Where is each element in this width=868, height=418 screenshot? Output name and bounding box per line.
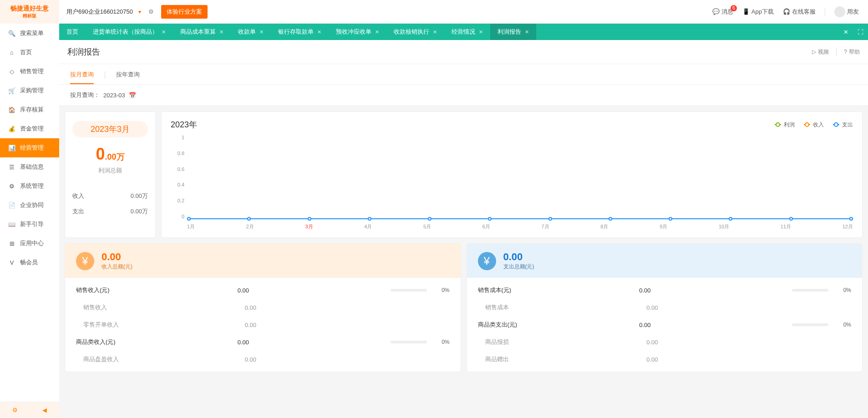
chart-data-point[interactable] [609, 217, 612, 221]
chart-data-point[interactable] [308, 217, 311, 221]
chart-plot[interactable]: 10.80.60.40.20 1月2月3月4月5月6月7月8月9月10月11月1… [171, 135, 853, 230]
close-icon[interactable]: ✕ [479, 29, 483, 35]
tab[interactable]: 经营情况✕ [444, 24, 490, 40]
detail-value: 0.00 [605, 287, 651, 294]
summary-total-int: 0 [96, 145, 105, 163]
calendar-icon[interactable]: 📅 [129, 92, 136, 99]
close-icon[interactable]: ✕ [525, 29, 529, 35]
x-tick: 3月 [305, 223, 313, 230]
sidebar-item[interactable]: 📄企业协同 [0, 196, 59, 215]
close-icon[interactable]: ✕ [259, 29, 264, 35]
detail-pct: 0% [833, 287, 851, 293]
sidebar-item[interactable]: ⌂首页 [0, 43, 59, 62]
gear-icon[interactable]: ⚙ [148, 8, 154, 15]
tab-label: 经营情况 [452, 28, 475, 36]
fullscreen-icon[interactable]: ⛶ [853, 24, 868, 40]
help-label: 帮助 [849, 48, 860, 56]
chart-data-point[interactable] [488, 217, 492, 221]
settings-icon[interactable]: ⚙ [0, 402, 30, 418]
messages-button[interactable]: 💬 消息 6 [712, 8, 733, 16]
sidebar-item[interactable]: ⊞应用中心 [0, 234, 59, 253]
tab-label: 银行存取款单 [278, 28, 314, 36]
chart-data-point[interactable] [789, 217, 793, 221]
detail-value: 0.00 [211, 322, 256, 328]
sidebar-item[interactable]: ⚙系统管理 [0, 176, 59, 196]
tenant-select[interactable]: 用户690企业1660120750 ▾ [59, 8, 148, 16]
summary-total-dec: .00 [105, 152, 117, 161]
chart-data-point[interactable] [247, 217, 251, 221]
close-icon[interactable]: ✕ [162, 29, 166, 35]
tab-label: 预收冲应收单 [336, 28, 371, 36]
close-icon[interactable]: ✕ [375, 29, 379, 35]
divider [836, 48, 837, 56]
legend-item[interactable]: 收入 [804, 121, 824, 129]
sidebar-item[interactable]: ◇销售管理 [0, 62, 59, 81]
tab-label: 首页 [66, 28, 78, 36]
y-tick: 1 [171, 135, 184, 140]
chart-data-point[interactable] [669, 217, 672, 221]
x-tick: 2月 [246, 223, 254, 230]
detail-item: 零售开单收入0.00 [76, 316, 450, 333]
detail-name: 销售收入 [83, 303, 211, 312]
detail-item: 商品类收入(元)0.000% [76, 333, 450, 351]
sidebar-item[interactable]: 🔍搜索菜单 [0, 24, 59, 43]
sidebar-item[interactable]: 📖新手引导 [0, 215, 59, 234]
tab[interactable]: 利润报告✕ [490, 24, 536, 40]
chart-data-point[interactable] [187, 217, 191, 221]
chart-data-point[interactable] [729, 217, 732, 221]
sidebar-item-label: 应用中心 [20, 239, 44, 247]
y-tick: 0 [171, 214, 184, 219]
sidebar: 🔍搜索菜单⌂首页◇销售管理🛒采购管理🏠库存核算💰资金管理📊经营管理☰基础信息⚙系… [0, 24, 59, 418]
tab[interactable]: 预收冲应收单✕ [329, 24, 386, 40]
summary-total: 0.00万 [72, 145, 148, 164]
tab[interactable]: 商品成本重算✕ [173, 24, 231, 40]
detail-value: 0.00 [203, 339, 249, 346]
chart-data-point[interactable] [428, 217, 431, 221]
close-icon[interactable]: ✕ [433, 29, 437, 35]
detail-pct: 0% [431, 339, 450, 345]
sidebar-icon: ⌂ [8, 49, 15, 56]
chevron-down-icon: ▾ [138, 9, 141, 15]
x-tick: 10月 [719, 223, 729, 230]
summary-row-value: 0.00万 [131, 192, 148, 200]
user-menu[interactable]: 用友 [834, 6, 859, 17]
video-button[interactable]: ▷ 视频 [812, 48, 829, 56]
sidebar-item[interactable]: V畅会员 [0, 253, 59, 272]
sidebar-item[interactable]: ☰基础信息 [0, 157, 59, 176]
tab[interactable]: 首页 [59, 24, 86, 40]
tab[interactable]: 收款核销执行✕ [386, 24, 444, 40]
messages-badge: 6 [731, 5, 737, 11]
sidebar-item[interactable]: 💰资金管理 [0, 119, 59, 138]
query-tab-year[interactable]: 按年查询 [116, 71, 140, 84]
app-download[interactable]: 📱 App下载 [742, 8, 774, 16]
tab[interactable]: 进货单统计表（按商品）✕ [86, 24, 173, 40]
close-tab-icon[interactable]: ✕ [839, 24, 853, 40]
logo[interactable]: 畅捷通好生意 精标版 [0, 0, 59, 24]
sidebar-item-label: 库存核算 [20, 106, 44, 114]
online-service[interactable]: 🎧 在线客服 [783, 8, 816, 16]
summary-unit: 万 [117, 152, 125, 161]
y-tick: 0.2 [171, 198, 184, 203]
query-label: 按月查询： [70, 91, 100, 99]
x-tick: 7月 [542, 223, 549, 230]
chart-data-point[interactable] [368, 217, 371, 221]
scheme-button[interactable]: 体验行业方案 [161, 5, 208, 19]
chart-data-point[interactable] [849, 217, 853, 221]
close-icon[interactable]: ✕ [317, 29, 321, 35]
close-icon[interactable]: ✕ [219, 29, 223, 35]
sidebar-item[interactable]: 🛒采购管理 [0, 81, 59, 100]
summary-total-label: 利润总额 [72, 166, 148, 175]
sidebar-item[interactable]: 🏠库存核算 [0, 100, 59, 119]
tab[interactable]: 收款单✕ [231, 24, 271, 40]
legend-item[interactable]: 支出 [833, 121, 853, 129]
tab[interactable]: 银行存取款单✕ [271, 24, 329, 40]
collapse-icon[interactable]: ◀ [30, 402, 59, 418]
chart-legend: 利润收入支出 [775, 121, 853, 129]
query-tab-month[interactable]: 按月查询 [70, 71, 94, 84]
legend-label: 支出 [842, 121, 853, 129]
help-button[interactable]: ? 帮助 [844, 48, 860, 56]
sidebar-item[interactable]: 📊经营管理 [0, 138, 59, 157]
detail-item: 商品报损0.00 [478, 333, 852, 351]
legend-item[interactable]: 利润 [775, 121, 795, 129]
chart-data-point[interactable] [548, 217, 552, 221]
